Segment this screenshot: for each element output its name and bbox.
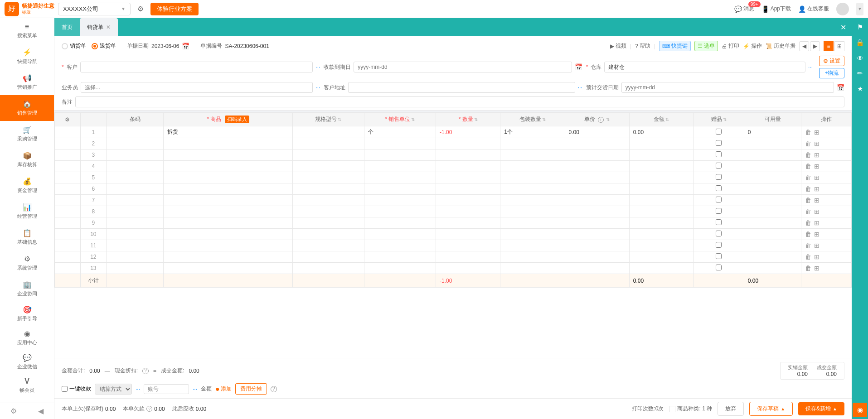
- receipt-date-input[interactable]: [354, 62, 572, 72]
- sidebar-item-purchase[interactable]: 🛒 采购管理: [0, 121, 54, 147]
- sidebar-item-finance[interactable]: 💰 资金管理: [0, 173, 54, 198]
- settings-btn[interactable]: ⚙ 设置: [819, 56, 844, 66]
- delete-icon[interactable]: 🗑: [805, 265, 811, 272]
- view-list-btn[interactable]: ≡: [824, 41, 834, 51]
- copy-icon[interactable]: ⊞: [814, 163, 820, 170]
- copy-icon[interactable]: ⊞: [814, 219, 820, 226]
- user-expand-btn[interactable]: ▼: [856, 3, 863, 15]
- sidebar-item-system[interactable]: ⚙ 系统管理: [0, 250, 54, 276]
- help-btn[interactable]: ? 帮助: [635, 42, 650, 50]
- copy-icon[interactable]: ⊞: [814, 265, 820, 272]
- copy-icon[interactable]: ⊞: [814, 129, 820, 136]
- sidebar-collapse-btn[interactable]: ◀: [38, 407, 44, 415]
- customer-input[interactable]: [80, 62, 313, 72]
- copy-icon[interactable]: ⊞: [814, 242, 820, 249]
- delete-icon[interactable]: 🗑: [805, 197, 811, 204]
- tab-sales-order[interactable]: 销货单 ✕: [80, 18, 118, 36]
- settings-icon-btn[interactable]: ⚙: [134, 3, 147, 15]
- quick-pay-checkbox[interactable]: 一键收款: [62, 385, 91, 393]
- sidebar-item-inventory[interactable]: 📦 库存核算: [0, 147, 54, 173]
- delete-icon[interactable]: 🗑: [805, 174, 811, 181]
- salesperson-input[interactable]: [81, 82, 313, 93]
- delete-icon[interactable]: 🗑: [805, 163, 811, 170]
- sidebar-item-operations[interactable]: 📊 经营管理: [0, 198, 54, 224]
- info-icon2[interactable]: ?: [146, 406, 152, 412]
- delete-icon[interactable]: 🗑: [805, 242, 811, 249]
- warehouse-dots[interactable]: ···: [808, 64, 813, 70]
- radio-return[interactable]: 退货单: [92, 42, 116, 50]
- copy-icon[interactable]: ⊞: [814, 185, 820, 193]
- copy-icon[interactable]: ⊞: [814, 197, 820, 204]
- online-service-btn[interactable]: 👤 在线客服: [798, 5, 829, 13]
- copy-icon[interactable]: ⊞: [814, 174, 820, 181]
- customer-dots[interactable]: ···: [315, 64, 320, 70]
- sidebar-settings-btn[interactable]: ⚙: [10, 407, 17, 415]
- copy-icon[interactable]: ⊞: [814, 231, 820, 238]
- trial-btn[interactable]: 体验行业方案: [150, 3, 199, 15]
- delete-icon[interactable]: 🗑: [805, 129, 811, 136]
- payment-method-select[interactable]: 结算方式: [95, 384, 132, 395]
- expense-split-btn[interactable]: 费用分摊: [235, 383, 267, 395]
- company-selector[interactable]: XXXXXX公司 ▼: [58, 3, 131, 15]
- payment-account-dots[interactable]: ···: [193, 386, 197, 392]
- save-draft-btn[interactable]: 保存草稿 ▲: [749, 402, 793, 416]
- avatar[interactable]: [836, 3, 849, 15]
- operate-btn[interactable]: ⚡ 操作: [743, 42, 762, 50]
- sidebar-item-enterprise[interactable]: 🏢 企业协同: [0, 276, 54, 302]
- warehouse-input[interactable]: [604, 62, 805, 72]
- sidebar-item-sales[interactable]: 🏠 销售管理: [0, 95, 54, 121]
- sidebar-item-marketing[interactable]: 📢 营销推广: [0, 69, 54, 95]
- customer-addr-input[interactable]: [348, 82, 575, 93]
- expected-calendar-icon[interactable]: 📅: [837, 84, 844, 91]
- th-settings[interactable]: ⚙: [55, 113, 81, 126]
- app-download-btn[interactable]: 📱 App下载: [761, 5, 791, 13]
- delete-icon[interactable]: 🗑: [805, 231, 811, 238]
- history-btn[interactable]: 📜 历史单据: [766, 42, 795, 50]
- sidebar-item-guide[interactable]: 🎯 新手引导: [0, 302, 54, 326]
- tab-close-all-btn[interactable]: ✕: [835, 23, 852, 32]
- notes-input[interactable]: [75, 96, 844, 107]
- salesperson-dots[interactable]: ···: [315, 84, 320, 91]
- sidebar-item-apps[interactable]: ◉ 应用中心: [0, 326, 54, 350]
- video-btn[interactable]: ▶ 视频: [610, 42, 626, 50]
- receipt-calendar-icon[interactable]: 📅: [575, 63, 582, 71]
- nav-prev-btn[interactable]: ◀: [799, 41, 809, 51]
- right-panel-lock-btn[interactable]: 🔒: [853, 35, 867, 50]
- expected-date-input[interactable]: [621, 82, 834, 93]
- copy-icon[interactable]: ⊞: [814, 208, 820, 215]
- delete-icon[interactable]: 🗑: [805, 208, 811, 215]
- delete-icon[interactable]: 🗑: [805, 151, 811, 159]
- message-btn[interactable]: 💬 99+ 消息: [734, 5, 754, 13]
- delete-icon[interactable]: 🗑: [805, 185, 811, 193]
- right-panel-orange-btn[interactable]: ◉: [853, 403, 867, 417]
- tab-home[interactable]: 首页: [54, 18, 80, 36]
- save-new-btn[interactable]: 保存&新增 ▲: [798, 402, 844, 415]
- info-icon[interactable]: ?: [142, 368, 149, 374]
- quickkey-btn[interactable]: ⌨ 快捷键: [659, 41, 691, 51]
- sidebar-item-members[interactable]: V 畅会员: [0, 374, 54, 397]
- select-btn[interactable]: ☰ 选单: [694, 41, 718, 51]
- copy-icon[interactable]: ⊞: [814, 151, 820, 159]
- payment-dots[interactable]: ···: [136, 386, 140, 392]
- add-btn[interactable]: ● 添加: [215, 385, 232, 393]
- copy-icon[interactable]: ⊞: [814, 253, 820, 260]
- tab-close-btn[interactable]: ✕: [106, 24, 111, 30]
- customer-addr-dots[interactable]: ···: [578, 84, 582, 91]
- nav-next-btn[interactable]: ▶: [810, 41, 820, 51]
- view-grid-btn[interactable]: ⊞: [834, 41, 844, 51]
- scan-btn[interactable]: 扫码录入: [225, 116, 249, 123]
- radio-sales[interactable]: 销货单: [62, 42, 86, 50]
- logistics-btn[interactable]: +物流: [819, 68, 844, 78]
- expense-help-icon[interactable]: ?: [271, 386, 277, 392]
- right-panel-flag-btn[interactable]: ⚑: [853, 20, 867, 34]
- discard-btn[interactable]: 放弃: [718, 402, 744, 416]
- calendar-icon[interactable]: 📅: [182, 43, 189, 50]
- delete-icon[interactable]: 🗑: [805, 219, 811, 226]
- delete-icon[interactable]: 🗑: [805, 140, 811, 147]
- sidebar-item-wechat[interactable]: 💬 企业微信: [0, 350, 54, 374]
- checkbox-product-types[interactable]: [669, 406, 675, 412]
- right-panel-eye-btn[interactable]: 👁: [853, 51, 867, 65]
- sidebar-item-basics[interactable]: 📋 基础信息: [0, 224, 54, 250]
- print-btn[interactable]: 🖨 打印: [722, 42, 739, 50]
- copy-icon[interactable]: ⊞: [814, 140, 820, 147]
